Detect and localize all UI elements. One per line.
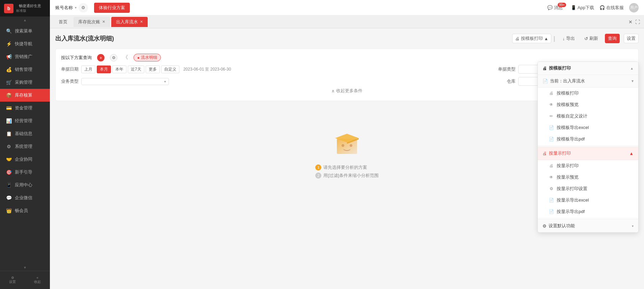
wechat-icon: 💬 (5, 195, 12, 201)
tab-close-all-btn[interactable]: ✕ (628, 19, 633, 25)
date-btn-more[interactable]: 更多 (146, 65, 160, 73)
dp-display-print[interactable]: 🖨 按显示打印 (538, 160, 638, 172)
filter-setting-btn[interactable]: ⚙ (110, 54, 117, 61)
sidebar-collapse-btn[interactable]: « 收起 (25, 274, 50, 286)
dp-display-section-icon: 🖨 (543, 151, 547, 156)
topbar-avatar[interactable]: 用户 (629, 3, 639, 12)
date-btn-this-year[interactable]: 本年 (112, 65, 126, 73)
query-btn[interactable]: 查询 (605, 34, 620, 43)
topbar-online-service-btn[interactable]: 🎧 在线客服 (599, 5, 624, 11)
topbar-gear-btn[interactable]: ⚙ (79, 3, 88, 12)
export-btn[interactable]: ↓ 导出 (560, 34, 578, 43)
empty-tip-2: 2 用[过滤]条件来缩小分析范围 (315, 173, 378, 179)
dp-display-section-header[interactable]: 🖨 按显示打印 ▲ (538, 147, 638, 160)
sidebar-item-wechat[interactable]: 💬 企业微信 (0, 191, 50, 204)
main-area: 账号名称 ▾ ⚙ 体验行业方案 💬 消息 99+ 📱 App下载 🎧 在线客服 … (50, 0, 644, 289)
sidebar-item-app-center[interactable]: 📱 应用中心 (0, 179, 50, 191)
dp-display-export-pdf[interactable]: 📄 按显示导出pdf (538, 206, 638, 217)
dp-footer-btn[interactable]: ⚙ 设置默认功能 ▾ (538, 219, 638, 232)
filter-biz-select[interactable]: ▾ (81, 78, 169, 85)
dp-display-setting-icon: ⚙ (549, 186, 554, 191)
tip-text-1: 请先选择要分析的方案 (323, 164, 367, 170)
sidebar-item-purchase[interactable]: 🛒 采购管理 (0, 76, 50, 89)
dp-display-preview-label: 按显示预览 (557, 174, 579, 180)
filter-active-tag[interactable]: ● 流水明细 (134, 54, 161, 61)
online-service-icon: 🎧 (599, 5, 605, 10)
sidebar-collapse-icon: « (36, 276, 38, 280)
print-template-btn[interactable]: 🖨 按模板打印 ▲ (512, 34, 552, 43)
dp-display-section-chevron: ▲ (629, 151, 634, 156)
dp-template-print[interactable]: 🖨 按模板打印 (538, 87, 638, 99)
dp-current-chevron[interactable]: ▾ (632, 79, 634, 83)
sidebar-scroll-down[interactable]: ▼ (0, 264, 50, 271)
svg-point-4 (350, 144, 352, 147)
dp-display-export-excel[interactable]: 📄 按显示导出excel (538, 194, 638, 206)
topbar-user-dropdown[interactable]: ▾ (75, 6, 77, 9)
sidebar-item-basic[interactable]: 📋 基础信息 (0, 127, 50, 140)
dp-template-export-pdf[interactable]: 📄 按模板导出pdf (538, 133, 638, 145)
filter-date-field: 单据日期 上月 本月 本年 近7天 更多 自定义 2023-06-01 至 20… (61, 65, 231, 73)
tab-inventory-batch[interactable]: 库存批次账 ✕ (74, 17, 110, 27)
tab-home[interactable]: 首页 (54, 17, 72, 27)
sidebar-item-finance[interactable]: 💳 资金管理 (0, 102, 50, 114)
tab-inventory-flow[interactable]: 出入库流水 ✕ (111, 17, 148, 27)
sidebar-item-marketing[interactable]: 📢 营销推广 (0, 50, 50, 63)
dp-display-section-label: 按显示打印 (549, 150, 571, 156)
sidebar-item-sales[interactable]: 💰 销售管理 (0, 63, 50, 76)
tab-fullscreen-btn[interactable]: ⛶ (635, 19, 640, 25)
topbar-app-download-btn[interactable]: 📱 App下载 (571, 5, 594, 11)
guide-icon: 🎯 (5, 169, 12, 175)
dp-template-export-excel[interactable]: 📄 按模板导出excel (538, 122, 638, 133)
date-btn-this-month[interactable]: 本月 (97, 65, 111, 73)
sidebar: b 畅捷通好生意 标准版 ▲ 🔍 搜索菜单 ⚡ 快捷导航 📢 营销推广 💰 销售… (0, 0, 50, 289)
dp-display-setting[interactable]: ⚙ 按显示打印设置 (538, 183, 638, 194)
dp-template-custom[interactable]: ✏ 模板自定义设计 (538, 110, 638, 122)
trial-industry-btn[interactable]: 体验行业方案 (94, 3, 130, 13)
sidebar-item-cooperation[interactable]: 🤝 企业协同 (0, 153, 50, 166)
sidebar-item-system[interactable]: ⚙ 系统管理 (0, 140, 50, 153)
dp-header: 🖨 按模板打印 ▲ (538, 62, 638, 75)
print-chevron-up-icon: ▲ (544, 36, 549, 41)
date-btn-custom[interactable]: 自定义 (161, 65, 179, 73)
sidebar-settings-icon: ⚙ (11, 276, 14, 280)
setting-btn[interactable]: 设置 (624, 34, 639, 43)
page-header: 出入库流水(流水明细) 🖨 按模板打印 ▲ | ↓ 导出 ↺ 刷新 (55, 34, 639, 43)
export-icon: ↓ (563, 36, 565, 41)
app-version: 标准版 (16, 8, 41, 13)
filter-add-btn[interactable]: + (97, 54, 105, 61)
sidebar-settings-btn[interactable]: ⚙ 设置 (0, 274, 25, 286)
filter-biz-type-label: 业务类型 (61, 78, 79, 84)
date-btn-last-month[interactable]: 上月 (81, 65, 95, 73)
date-btn-7days[interactable]: 近7天 (128, 65, 144, 73)
app-download-label: App下载 (578, 5, 594, 11)
dp-header-chevron[interactable]: ▲ (630, 67, 634, 70)
tab-home-label: 首页 (59, 19, 67, 25)
sidebar-item-operation[interactable]: 📊 经营管理 (0, 114, 50, 127)
refresh-btn[interactable]: ↺ 刷新 (582, 34, 601, 43)
collapse-more-btn[interactable]: ∧ 收起更多条件 (331, 88, 362, 94)
sidebar-item-quick-nav[interactable]: ⚡ 快捷导航 (0, 37, 50, 50)
operation-icon: 📊 (5, 118, 12, 124)
sidebar-item-inventory[interactable]: 📦 库存核算 (0, 89, 50, 102)
empty-tips: 1 请先选择要分析的方案 2 用[过滤]条件来缩小分析范围 (315, 164, 378, 181)
dp-template-export-excel-icon: 📄 (549, 125, 554, 130)
tab-inventory-flow-close[interactable]: ✕ (140, 20, 143, 24)
filter-collapse-arrow[interactable]: 《 (123, 54, 128, 61)
sidebar-item-member[interactable]: 👑 畅会员 (0, 204, 50, 217)
sidebar-item-search-menu[interactable]: 🔍 搜索菜单 (0, 25, 50, 37)
dp-display-preview[interactable]: 👁 按显示预览 (538, 172, 638, 183)
sidebar-item-guide[interactable]: 🎯 新手引导 (0, 166, 50, 179)
topbar-message-btn[interactable]: 💬 消息 99+ (547, 5, 563, 11)
dp-template-preview[interactable]: 👁 按模板预览 (538, 99, 638, 110)
sidebar-item-label: 系统管理 (15, 143, 32, 150)
dp-template-custom-label: 模板自定义设计 (557, 113, 587, 119)
sidebar-item-label: 销售管理 (15, 67, 32, 73)
dp-current-row[interactable]: 📄 当前：出入库流水 ▾ (538, 75, 638, 87)
date-range-text: 2023-06-01 至 2023-06-30 (183, 67, 231, 72)
filter-tag-icon: ● (137, 55, 140, 60)
sidebar-item-label: 营销推广 (15, 54, 32, 60)
sidebar-item-label: 资金管理 (15, 105, 32, 111)
sidebar-scroll-up[interactable]: ▲ (0, 17, 50, 23)
message-badge: 99+ (558, 3, 566, 7)
tab-inventory-batch-close[interactable]: ✕ (102, 20, 105, 24)
